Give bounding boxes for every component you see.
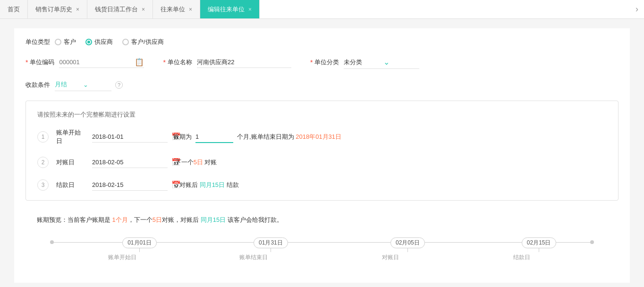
timeline-pill-2: 01月31日 — [254, 237, 288, 248]
billing-period-input-wrap — [195, 131, 233, 143]
radio-customer-supplier-circle — [122, 39, 129, 45]
timeline-pill-3: 02月05日 — [390, 237, 425, 248]
unit-name-input[interactable] — [197, 57, 291, 68]
billing-period-label: 账期为 — [173, 133, 192, 141]
timeline-tick-1 — [139, 248, 140, 252]
unit-class-label: 单位分类 — [314, 58, 339, 67]
billing-row-2-desc: ,下一个5日 对账 — [173, 158, 217, 167]
unit-class-required: * — [310, 59, 313, 66]
billing-row-2-highlight: 5日 — [194, 159, 203, 166]
radio-customer-circle — [55, 39, 61, 45]
timeline-label-2: 账单结束日 — [239, 253, 268, 262]
payment-terms-row: 收款条件 月结 ⌄ ? — [25, 78, 619, 91]
unit-code-group: * 单位编码 📋 — [25, 57, 144, 68]
tab-bar: 首页 销售订单历史 × 钱货日清工作台 × 往来单位 × 编辑往来单位 × › — [0, 0, 644, 19]
billing-label-3: 结款日 — [56, 181, 85, 189]
timeline-container: 01月01日 01月31日 02月05日 02月15日 — [37, 236, 607, 264]
tab-partner-units-close[interactable]: × — [189, 6, 192, 13]
form-section: 单位类型 客户 供应商 客户/供应商 * 单位 — [14, 28, 630, 283]
billing-row-3-highlight: 同月15日 — [200, 181, 225, 188]
unit-code-input[interactable] — [59, 57, 135, 68]
billing-num-3: 3 — [37, 179, 49, 191]
unit-code-input-wrap: 📋 — [59, 57, 144, 68]
timeline-node-1: 01月01日 — [122, 237, 157, 252]
timeline-node-3: 02月05日 — [390, 237, 425, 252]
tab-home[interactable]: 首页 — [0, 0, 28, 18]
billing-label-1: 账单开始日 — [56, 128, 85, 145]
billing-date-3-wrap: 📅 — [92, 179, 168, 191]
timeline-label-4: 结款日 — [513, 253, 530, 262]
billing-period-end-date: 2018年01月31日 — [296, 133, 341, 140]
tab-edit-partner[interactable]: 编辑往来单位 × — [200, 0, 260, 18]
payment-terms-help-icon[interactable]: ? — [115, 81, 123, 89]
billing-date-2-wrap: 📅 — [92, 157, 168, 168]
unit-name-group: * 单位名称 — [163, 57, 291, 68]
billing-num-1: 1 — [37, 131, 49, 143]
tab-cash-work[interactable]: 钱货日清工作台 × — [87, 0, 153, 18]
preview-part1: 1个月 — [110, 216, 128, 223]
preview-sep1: ，下一个 — [128, 216, 153, 223]
billing-date-1-input[interactable] — [92, 131, 171, 142]
timeline-node-4: 02月15日 — [522, 237, 556, 252]
timeline-left-dot — [50, 240, 54, 244]
tab-edit-partner-close[interactable]: × — [248, 6, 252, 13]
billing-row-1: 1 账单开始日 📅 账期为 个月,账单结束日期为 2018年01月31日 — [37, 128, 607, 145]
unit-code-label: 单位编码 — [30, 58, 54, 67]
payment-terms-chevron-icon: ⌄ — [83, 79, 111, 90]
radio-supplier[interactable]: 供应商 — [85, 38, 113, 46]
unit-class-group: * 单位分类 未分类 ⌄ — [310, 56, 419, 69]
radio-supplier-circle — [85, 39, 92, 45]
timeline-right-dot — [590, 240, 594, 244]
timeline-tick-2 — [271, 248, 271, 252]
unit-code-required: * — [25, 59, 28, 66]
radio-customer[interactable]: 客户 — [55, 38, 76, 46]
billing-row-2: 2 对账日 📅 ,下一个5日 对账 — [37, 157, 607, 168]
billing-title: 请按照未来的一个完整帐期进行设置 — [37, 110, 607, 119]
timeline-tick-3 — [407, 248, 408, 252]
preview-section: 账期预览：当前客户账期是 1个月，下一个5日对账，对账后 同月15日 该客户会给… — [25, 208, 619, 224]
preview-part2: 5日 — [153, 216, 162, 223]
preview-part3: 同月15日 — [201, 216, 226, 223]
payment-terms-label: 收款条件 — [25, 81, 50, 89]
unit-class-chevron-icon: ⌄ — [383, 56, 419, 68]
tab-partner-units[interactable]: 往来单位 × — [153, 0, 200, 18]
timeline-wrap: 01月01日 01月31日 02月05日 02月15日 — [25, 236, 619, 273]
timeline-pill-4: 02月15日 — [522, 237, 556, 248]
billing-row-3: 3 结款日 📅 ，对账后 同月15日 结款 — [37, 179, 607, 191]
tab-sales-history[interactable]: 销售订单历史 × — [28, 0, 87, 18]
billing-row-3-desc: ，对账后 同月15日 结款 — [173, 181, 239, 189]
timeline-label-3: 对账日 — [382, 253, 399, 262]
timeline-pill-1: 01月01日 — [122, 237, 157, 248]
payment-terms-dropdown[interactable]: 月结 ⌄ — [55, 78, 111, 91]
tab-more-button[interactable]: › — [630, 0, 644, 18]
radio-customer-supplier[interactable]: 客户/供应商 — [122, 38, 164, 46]
billing-date-1-wrap: 📅 — [92, 131, 168, 143]
timeline-label-1: 账单开始日 — [108, 253, 136, 262]
unit-type-radio-group: 客户 供应商 客户/供应商 — [55, 38, 164, 46]
billing-num-2: 2 — [37, 157, 49, 168]
unit-code-icon[interactable]: 📋 — [135, 58, 144, 67]
billing-date-3-input[interactable] — [92, 179, 171, 190]
unit-info-row: * 单位编码 📋 * 单位名称 * 单位分类 未分类 ⌄ — [25, 56, 619, 69]
unit-name-required: * — [163, 59, 165, 66]
unit-type-label: 单位类型 — [25, 38, 50, 46]
timeline-node-2: 01月31日 — [254, 237, 288, 252]
unit-type-row: 单位类型 客户 供应商 客户/供应商 — [25, 38, 619, 46]
billing-box: 请按照未来的一个完整帐期进行设置 1 账单开始日 📅 账期为 个月,账单结束日期… — [25, 101, 619, 201]
main-content: 单位类型 客户 供应商 客户/供应商 * 单位 — [0, 19, 644, 287]
unit-name-label: 单位名称 — [168, 58, 192, 67]
timeline-tick-4 — [539, 248, 539, 252]
tab-sales-history-close[interactable]: × — [76, 6, 79, 13]
billing-label-2: 对账日 — [56, 158, 85, 167]
unit-class-dropdown[interactable]: 未分类 ⌄ — [344, 56, 419, 69]
tab-cash-work-close[interactable]: × — [142, 6, 145, 13]
billing-period-unit: 个月,账单结束日期为 2018年01月31日 — [237, 133, 341, 141]
billing-date-2-input[interactable] — [92, 157, 171, 168]
billing-period-input[interactable] — [195, 131, 233, 142]
preview-text: 账期预览：当前客户账期是 1个月，下一个5日对账，对账后 同月15日 该客户会给… — [37, 216, 607, 224]
